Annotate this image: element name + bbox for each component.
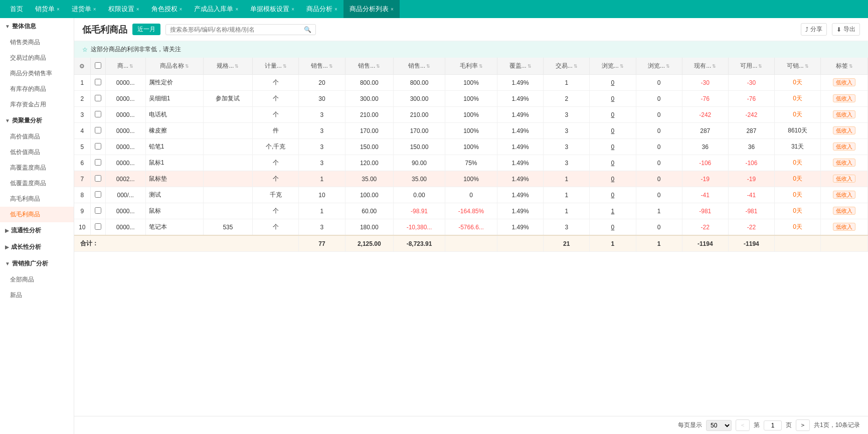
select-all-checkbox[interactable] xyxy=(95,62,101,69)
row-view1[interactable]: 0 xyxy=(590,171,636,187)
row-name[interactable]: 笔记本 xyxy=(145,219,203,236)
row-salable: 0天 xyxy=(774,91,820,107)
col-settings[interactable]: ⚙ xyxy=(74,58,90,75)
row-name[interactable]: 铅笔1 xyxy=(145,139,203,155)
row-checkbox-cell[interactable] xyxy=(90,187,105,203)
sidebar-item-all-products[interactable]: 全部商品 xyxy=(0,272,74,287)
row-checkbox-cell[interactable] xyxy=(90,219,105,236)
row-checkbox[interactable] xyxy=(95,111,101,117)
nav-close-template[interactable]: × xyxy=(291,7,294,12)
row-checkbox-cell[interactable] xyxy=(90,203,105,219)
row-view1[interactable]: 0 xyxy=(590,155,636,171)
table-row: 10 0000... 笔记本 535 个 3 180.00 -10,380...… xyxy=(74,219,868,236)
row-name[interactable]: 测试 xyxy=(145,187,203,203)
nav-template-settings[interactable]: 单据模板设置 × xyxy=(244,0,300,18)
sidebar-item-stocked-products[interactable]: 有库存的商品 xyxy=(0,81,74,97)
row-checkbox[interactable] xyxy=(95,95,101,101)
row-margin: 100% xyxy=(445,123,497,139)
prev-page-button[interactable]: ＜ xyxy=(736,419,750,431)
sidebar-group-marketing[interactable]: ▼ 营销推广分析 xyxy=(0,255,74,272)
page-number-input[interactable] xyxy=(764,420,782,430)
sidebar-item-inventory-capital[interactable]: 库存资金占用 xyxy=(0,97,74,112)
search-input[interactable] xyxy=(170,26,302,33)
sidebar-item-traded-products[interactable]: 交易过的商品 xyxy=(0,50,74,66)
nav-close-product-analysis[interactable]: × xyxy=(334,7,337,12)
row-checkbox[interactable] xyxy=(95,159,101,166)
row-name[interactable]: 鼠标 xyxy=(145,203,203,219)
row-checkbox[interactable] xyxy=(95,143,101,150)
row-checkbox[interactable] xyxy=(95,175,101,182)
sidebar-group-circulation[interactable]: ▶ 流通性分析 xyxy=(0,222,74,239)
footer-current: -1194 xyxy=(682,235,728,252)
row-checkbox-cell[interactable] xyxy=(90,107,105,123)
row-view1[interactable]: 1 xyxy=(590,203,636,219)
sidebar-item-new-products[interactable]: 新品 xyxy=(0,287,74,303)
row-view2: 0 xyxy=(636,155,682,171)
row-checkbox[interactable] xyxy=(95,191,101,198)
nav-sales-order[interactable]: 销货单 × xyxy=(29,0,66,18)
share-button[interactable]: ⤴ 分享 xyxy=(801,23,827,36)
tag-badge: 低收入 xyxy=(833,110,855,118)
nav-close-role-auth[interactable]: × xyxy=(180,7,183,12)
row-sales: 35.00 xyxy=(394,171,445,187)
sidebar-item-low-value[interactable]: 低价值商品 xyxy=(0,144,74,160)
row-checkbox-cell[interactable] xyxy=(90,139,105,155)
row-checkbox-cell[interactable] xyxy=(90,171,105,187)
export-button[interactable]: ⬇ 导出 xyxy=(832,23,860,36)
row-checkbox-cell[interactable] xyxy=(90,75,105,91)
row-checkbox[interactable] xyxy=(95,127,101,133)
sidebar-item-category-sales-rate[interactable]: 商品分类销售率 xyxy=(0,66,74,81)
sidebar-group-overview[interactable]: ▼ 整体信息 xyxy=(0,18,74,35)
row-checkbox[interactable] xyxy=(95,223,101,230)
sidebar-item-sales-products[interactable]: 销售类商品 xyxy=(0,35,74,50)
sidebar-item-low-coverage[interactable]: 低覆盖度商品 xyxy=(0,176,74,191)
row-current: -242 xyxy=(682,107,728,123)
page-size-select[interactable]: 50 100 200 xyxy=(706,420,732,431)
nav-home[interactable]: 首页 xyxy=(4,0,29,18)
sidebar-group-growth[interactable]: ▶ 成长性分析 xyxy=(0,239,74,255)
row-checkbox-cell[interactable] xyxy=(90,123,105,139)
row-checkbox[interactable] xyxy=(95,79,101,85)
row-view1[interactable]: 0 xyxy=(590,219,636,236)
row-view1[interactable]: 0 xyxy=(590,139,636,155)
sidebar-item-high-coverage[interactable]: 高覆盖度商品 xyxy=(0,160,74,176)
next-page-button[interactable]: ＞ xyxy=(796,419,810,431)
col-qty: 销售...⇅ xyxy=(299,58,345,75)
date-filter-button[interactable]: 近一月 xyxy=(132,24,160,35)
row-name[interactable]: 属性定价 xyxy=(145,75,203,91)
search-icon[interactable]: 🔍 xyxy=(304,26,311,33)
nav-close-purchase[interactable]: × xyxy=(93,7,96,12)
row-view1[interactable]: 0 xyxy=(590,75,636,91)
sidebar-group-cluster[interactable]: ▼ 类聚量分析 xyxy=(0,112,74,129)
nav-close-product-warehouse[interactable]: × xyxy=(235,7,238,12)
nav-product-analysis-list[interactable]: 商品分析列表 × xyxy=(343,0,400,18)
nav-close-permissions[interactable]: × xyxy=(136,7,139,12)
row-view1[interactable]: 0 xyxy=(590,91,636,107)
sidebar-item-high-value[interactable]: 高价值商品 xyxy=(0,129,74,144)
row-name[interactable]: 吴细细1 xyxy=(145,91,203,107)
row-view1[interactable]: 0 xyxy=(590,107,636,123)
nav-purchase-order[interactable]: 进货单 × xyxy=(66,0,102,18)
nav-permissions[interactable]: 权限设置 × xyxy=(102,0,145,18)
nav-product-analysis[interactable]: 商品分析 × xyxy=(300,0,343,18)
nav-close-product-analysis-list[interactable]: × xyxy=(391,7,394,12)
nav-role-auth[interactable]: 角色授权 × xyxy=(145,0,189,18)
col-coverage: 覆盖...⇅ xyxy=(497,58,544,75)
row-name[interactable]: 鼠标1 xyxy=(145,155,203,171)
sidebar-item-low-margin[interactable]: 低毛利商品 xyxy=(0,207,74,222)
row-checkbox-cell[interactable] xyxy=(90,91,105,107)
row-name[interactable]: 鼠标垫 xyxy=(145,171,203,187)
nav-close-sales[interactable]: × xyxy=(57,7,60,12)
row-name[interactable]: 电话机 xyxy=(145,107,203,123)
row-view1[interactable]: 0 xyxy=(590,187,636,203)
row-checkbox-cell[interactable] xyxy=(90,155,105,171)
col-sales: 销售...⇅ xyxy=(394,58,445,75)
row-checkbox[interactable] xyxy=(95,207,101,214)
row-name[interactable]: 橡皮擦 xyxy=(145,123,203,139)
row-tag: 低收入 xyxy=(821,155,868,171)
row-no: 4 xyxy=(74,123,90,139)
nav-product-warehouse[interactable]: 产成品入库单 × xyxy=(188,0,244,18)
row-view1[interactable]: 0 xyxy=(590,123,636,139)
col-checkbox[interactable] xyxy=(90,58,105,75)
sidebar-item-high-margin[interactable]: 高毛利商品 xyxy=(0,191,74,207)
